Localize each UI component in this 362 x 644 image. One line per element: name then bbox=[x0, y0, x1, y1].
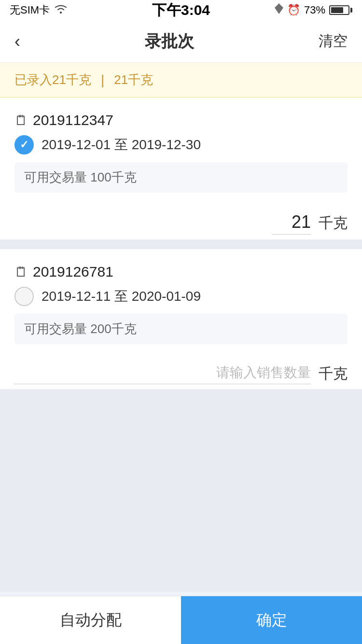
recorded-label: 已录入21千克 bbox=[14, 71, 91, 88]
auto-distribute-button[interactable]: 自动分配 bbox=[0, 596, 181, 644]
radio-1[interactable] bbox=[14, 135, 34, 154]
alarm-icon: ⏰ bbox=[287, 4, 300, 16]
batch-date-row-2[interactable]: 2019-12-11 至 2020-01-09 bbox=[14, 287, 348, 306]
batch-card-2: 🗒 2019126781 2019-12-11 至 2020-01-09 可用交… bbox=[0, 249, 362, 354]
status-time: 下午3:04 bbox=[152, 0, 210, 20]
section-divider bbox=[0, 239, 362, 249]
status-right: ⏰ 73% bbox=[275, 3, 352, 17]
nav-bar: ‹ 录批次 清空 bbox=[0, 20, 362, 63]
batch-date-2: 2019-12-11 至 2020-01-09 bbox=[42, 287, 201, 306]
location-icon bbox=[275, 3, 283, 17]
back-button[interactable]: ‹ bbox=[14, 31, 20, 52]
radio-2[interactable] bbox=[14, 287, 34, 306]
batch-date-1: 2019-12-01 至 2019-12-30 bbox=[42, 136, 201, 154]
input-row-2: 请输入销售数量 千克 bbox=[0, 354, 362, 389]
batch-header-1: 🗒 2019112347 bbox=[14, 112, 348, 128]
available-qty-1: 可用交易量 100千克 bbox=[14, 162, 348, 193]
batch-id-1: 2019112347 bbox=[33, 112, 113, 128]
available-qty-2: 可用交易量 200千克 bbox=[14, 314, 348, 344]
info-bar: 已录入21千克 | 21千克 bbox=[0, 63, 362, 98]
batch-id-2: 2019126781 bbox=[33, 264, 113, 280]
info-divider: | bbox=[101, 72, 104, 88]
status-left: 无SIM卡 bbox=[10, 3, 68, 17]
bottom-bar: 自动分配 确定 bbox=[0, 596, 362, 644]
status-bar: 无SIM卡 下午3:04 ⏰ 73% bbox=[0, 0, 362, 20]
batch-doc-icon-1: 🗒 bbox=[14, 112, 28, 128]
batch-date-row-1[interactable]: 2019-12-01 至 2019-12-30 bbox=[14, 135, 348, 154]
qty-unit-1: 千克 bbox=[319, 213, 348, 233]
qty-input-2[interactable]: 请输入销售数量 bbox=[14, 364, 311, 384]
qty-input-1[interactable]: 21 bbox=[272, 212, 311, 235]
input-placeholder-2: 请输入销售数量 bbox=[14, 364, 311, 382]
batch-doc-icon-2: 🗒 bbox=[14, 264, 28, 280]
empty-area bbox=[0, 389, 362, 592]
batch-card-1: 🗒 2019112347 2019-12-01 至 2019-12-30 可用交… bbox=[0, 98, 362, 202]
batch-header-2: 🗒 2019126781 bbox=[14, 264, 348, 280]
qty-row-1: 21 千克 bbox=[0, 202, 362, 239]
confirm-button[interactable]: 确定 bbox=[181, 596, 362, 644]
carrier-text: 无SIM卡 bbox=[10, 3, 50, 17]
svg-point-0 bbox=[60, 12, 62, 14]
total-label: 21千克 bbox=[114, 71, 153, 88]
clear-button[interactable]: 清空 bbox=[319, 31, 348, 51]
battery-indicator bbox=[329, 5, 352, 15]
qty-value-1: 21 bbox=[292, 212, 311, 232]
input-unit-2: 千克 bbox=[319, 364, 348, 384]
battery-percent: 73% bbox=[304, 4, 325, 16]
page-title: 录批次 bbox=[145, 30, 194, 53]
wifi-icon bbox=[54, 3, 68, 17]
